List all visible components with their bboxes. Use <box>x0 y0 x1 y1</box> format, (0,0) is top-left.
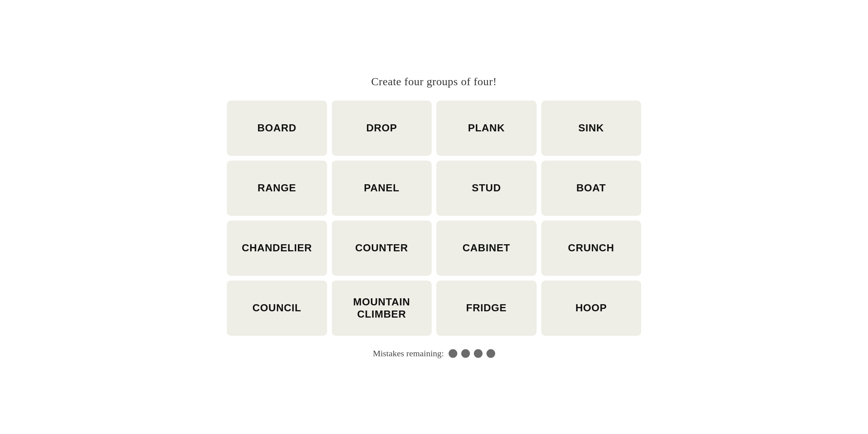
tile-cabinet[interactable]: CABINET <box>436 221 537 276</box>
tile-label-boat: BOAT <box>576 182 606 194</box>
tile-grid: BOARDDROPPLANKSINKRANGEPANELSTUDBOATCHAN… <box>227 101 641 336</box>
tile-label-counter: COUNTER <box>355 242 408 254</box>
subtitle: Create four groups of four! <box>371 75 497 88</box>
tile-council[interactable]: COUNCIL <box>227 281 327 336</box>
mistakes-section: Mistakes remaining: <box>373 348 495 359</box>
tile-label-sink: SINK <box>578 122 604 134</box>
tile-label-fridge: FRIDGE <box>466 302 507 314</box>
tile-stud[interactable]: STUD <box>436 161 537 216</box>
tile-crunch[interactable]: CRUNCH <box>541 221 642 276</box>
tile-chandelier[interactable]: CHANDELIER <box>227 221 327 276</box>
tile-sink[interactable]: SINK <box>541 101 642 156</box>
tile-label-range: RANGE <box>258 182 296 194</box>
tile-fridge[interactable]: FRIDGE <box>436 281 537 336</box>
tile-range[interactable]: RANGE <box>227 161 327 216</box>
tile-hoop[interactable]: HOOP <box>541 281 642 336</box>
tile-label-drop: DROP <box>366 122 397 134</box>
tile-label-council: COUNCIL <box>253 302 301 314</box>
mistake-dot-2 <box>461 349 470 358</box>
mistakes-label: Mistakes remaining: <box>373 348 444 359</box>
mistakes-dots <box>449 349 495 358</box>
tile-label-chandelier: CHANDELIER <box>242 242 312 254</box>
mistake-dot-3 <box>474 349 483 358</box>
tile-label-panel: PANEL <box>364 182 399 194</box>
tile-mountain-climber[interactable]: MOUNTAIN CLIMBER <box>332 281 432 336</box>
tile-label-cabinet: CABINET <box>462 242 510 254</box>
game-container: Create four groups of four! BOARDDROPPLA… <box>227 75 641 359</box>
tile-label-crunch: CRUNCH <box>568 242 614 254</box>
tile-boat[interactable]: BOAT <box>541 161 642 216</box>
mistake-dot-4 <box>486 349 495 358</box>
tile-label-stud: STUD <box>472 182 501 194</box>
tile-label-mountain-climber: MOUNTAIN CLIMBER <box>337 296 427 320</box>
tile-label-hoop: HOOP <box>575 302 607 314</box>
tile-label-plank: PLANK <box>468 122 505 134</box>
tile-plank[interactable]: PLANK <box>436 101 537 156</box>
tile-drop[interactable]: DROP <box>332 101 432 156</box>
tile-board[interactable]: BOARD <box>227 101 327 156</box>
mistake-dot-1 <box>449 349 457 358</box>
tile-label-board: BOARD <box>257 122 296 134</box>
tile-panel[interactable]: PANEL <box>332 161 432 216</box>
tile-counter[interactable]: COUNTER <box>332 221 432 276</box>
